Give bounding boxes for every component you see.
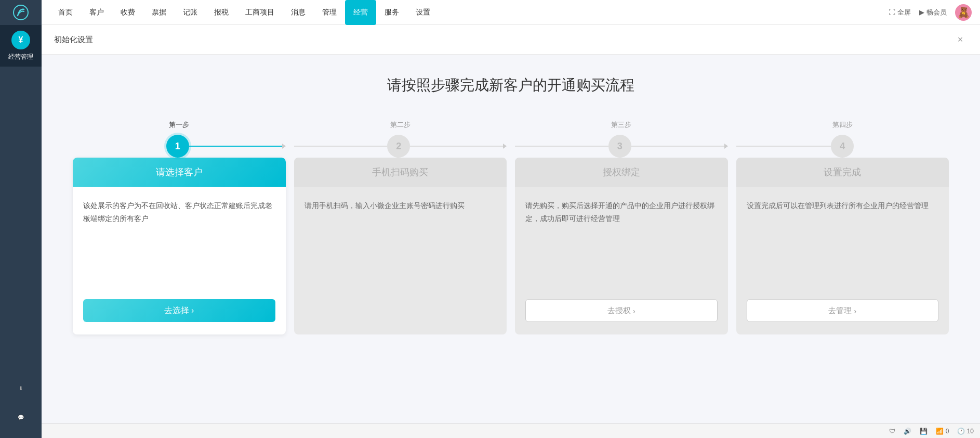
step-1-label: 第一步 xyxy=(169,120,189,130)
card-4-title: 设置完成 xyxy=(824,167,861,177)
nav-manage[interactable]: 管理 xyxy=(314,0,345,25)
fullscreen-label: 全屏 xyxy=(897,8,911,17)
sidebar-item-label: 经营管理 xyxy=(8,53,33,61)
nav-customer[interactable]: 客户 xyxy=(81,0,112,25)
step-card-4: 设置完成 设置完成后可以在管理列表进行所有企业用户的经营管理 去管理 › xyxy=(736,158,949,334)
save-icon: 💾 xyxy=(920,428,928,435)
sidebar-item-management[interactable]: ¥ 经营管理 xyxy=(0,25,42,67)
step-card-1: 请选择客户 该处展示的客户为不在回收站、客户状态正常建账后完成老板端绑定的所有客… xyxy=(73,158,286,334)
card-3-btn-arrow: › xyxy=(633,306,635,315)
sidebar-bottom: ⬇ 💬 xyxy=(8,376,33,438)
card-2-body: 请用手机扫码，输入小微企业主账号密码进行购买 xyxy=(294,187,507,314)
step-4-circle: 4 xyxy=(831,135,854,158)
step-4-header: 第四步 4 xyxy=(736,120,949,158)
sidebar: ¥ 经营管理 ⬇ 💬 xyxy=(0,0,42,438)
volume-icon: 🔊 xyxy=(904,428,911,435)
step-2-label: 第二步 xyxy=(390,120,410,130)
card-4-footer: 去管理 › xyxy=(736,291,949,334)
step-card-2: 手机扫码购买 请用手机扫码，输入小微企业主账号密码进行购买 xyxy=(294,158,507,334)
card-1-title: 请选择客户 xyxy=(156,167,203,177)
nav-right-area: ⛶ 全屏 ▶ 畅会员 🧸 xyxy=(889,4,972,21)
nav-accounting[interactable]: 记账 xyxy=(175,0,206,25)
fullscreen-icon: ⛶ xyxy=(889,8,895,16)
network-status: 📶 0 xyxy=(936,428,949,435)
svg-point-0 xyxy=(14,5,28,20)
card-1-btn-arrow: › xyxy=(191,306,194,315)
step-1-header: 第一步 1 xyxy=(73,120,286,158)
nav-message[interactable]: 消息 xyxy=(283,0,314,25)
card-4-btn-label: 去管理 xyxy=(828,306,852,316)
step-3-header: 第三步 3 xyxy=(515,120,728,158)
nav-service[interactable]: 服务 xyxy=(376,0,407,25)
card-3-title: 授权绑定 xyxy=(603,167,640,177)
card-3-footer: 去授权 › xyxy=(515,291,728,334)
card-2-footer xyxy=(294,314,507,334)
card-1-btn-label: 去选择 xyxy=(164,305,189,316)
clock: 🕐 10 xyxy=(957,428,974,435)
card-2-header: 手机扫码购买 xyxy=(294,158,507,187)
nav-invoice[interactable]: 票据 xyxy=(143,0,175,25)
cards-row: 请选择客户 该处展示的客户为不在回收站、客户状态正常建账后完成老板端绑定的所有客… xyxy=(73,158,949,334)
card-3-btn-label: 去授权 xyxy=(607,306,631,316)
card-4-text: 设置完成后可以在管理列表进行所有企业用户的经营管理 xyxy=(747,201,929,210)
vip-label: 畅会员 xyxy=(926,8,947,17)
card-1-header: 请选择客户 xyxy=(73,158,286,187)
step-2-header: 第二步 2 xyxy=(294,120,507,158)
fullscreen-btn[interactable]: ⛶ 全屏 xyxy=(889,8,911,17)
card-3-header: 授权绑定 xyxy=(515,158,728,187)
status-bar: ▶ 完成 🛡 🔊 💾 📶 0 🕐 10 xyxy=(0,423,980,438)
top-nav: 首页 客户 收费 票据 记账 报税 工商项目 消息 管理 经营 服务 设置 ⛶ … xyxy=(42,0,980,25)
card-2-text: 请用手机扫码，输入小微企业主账号密码进行购买 xyxy=(304,201,465,210)
management-icon: ¥ xyxy=(11,31,30,49)
nav-home[interactable]: 首页 xyxy=(50,0,81,25)
card-1-body: 该处展示的客户为不在回收站、客户状态正常建账后完成老板端绑定的所有客户 xyxy=(73,187,286,291)
card-1-footer: 去选择 › xyxy=(73,291,286,334)
card-1-text: 该处展示的客户为不在回收站、客户状态正常建账后完成老板端绑定的所有客户 xyxy=(83,201,272,223)
vip-btn[interactable]: ▶ 畅会员 xyxy=(919,8,947,17)
avatar[interactable]: 🧸 xyxy=(955,4,972,21)
nav-business[interactable]: 工商项目 xyxy=(237,0,283,25)
main-content: 初始化设置 × 请按照步骤完成新客户的开通购买流程 第一步 1 第二步 xyxy=(42,25,980,423)
nav-billing[interactable]: 收费 xyxy=(112,0,143,25)
sidebar-support[interactable]: 💬 xyxy=(8,405,33,430)
vip-icon: ▶ xyxy=(919,8,924,16)
card-4-button[interactable]: 去管理 › xyxy=(747,299,939,322)
step-1-circle: 1 xyxy=(166,135,189,158)
step-3-label: 第三步 xyxy=(611,120,631,130)
card-1-button[interactable]: 去选择 › xyxy=(83,299,275,322)
page-header: 初始化设置 × xyxy=(42,25,980,55)
sidebar-download[interactable]: ⬇ xyxy=(8,376,33,401)
step-2-circle: 2 xyxy=(387,135,410,158)
card-3-text: 请先购买，购买后选择开通的产品中的企业用户进行授权绑定，成功后即可进行经营管理 xyxy=(525,201,714,223)
step-4-label: 第四步 xyxy=(832,120,853,130)
card-4-header: 设置完成 xyxy=(736,158,949,187)
status-right: 🛡 🔊 💾 📶 0 🕐 10 xyxy=(889,428,974,435)
nav-operation[interactable]: 经营 xyxy=(345,0,376,25)
steps-title: 请按照步骤完成新客户的开通购买流程 xyxy=(73,75,949,95)
nav-settings[interactable]: 设置 xyxy=(407,0,439,25)
close-icon: × xyxy=(958,34,963,45)
card-4-btn-arrow: › xyxy=(854,306,856,315)
steps-content: 请按照步骤完成新客户的开通购买流程 第一步 1 第二步 2 xyxy=(42,55,980,355)
support-icon: 💬 xyxy=(18,415,24,420)
card-4-body: 设置完成后可以在管理列表进行所有企业用户的经营管理 xyxy=(736,187,949,291)
card-3-body: 请先购买，购买后选择开通的产品中的企业用户进行授权绑定，成功后即可进行经营管理 xyxy=(515,187,728,291)
download-icon: ⬇ xyxy=(19,385,23,391)
card-3-button[interactable]: 去授权 › xyxy=(525,299,718,322)
step-3-circle: 3 xyxy=(608,135,631,158)
sidebar-logo xyxy=(0,0,42,25)
card-2-title: 手机扫码购买 xyxy=(372,167,428,177)
nav-tax[interactable]: 报税 xyxy=(206,0,237,25)
close-button[interactable]: × xyxy=(953,32,968,47)
shield-icon: 🛡 xyxy=(889,428,895,435)
page-title: 初始化设置 xyxy=(54,35,93,45)
step-card-3: 授权绑定 请先购买，购买后选择开通的产品中的企业用户进行授权绑定，成功后即可进行… xyxy=(515,158,728,334)
